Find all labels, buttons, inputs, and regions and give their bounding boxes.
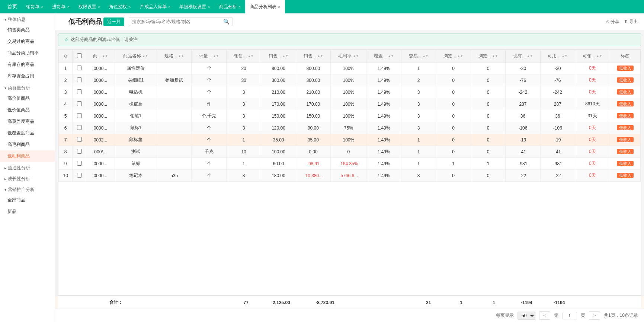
- row-browse1[interactable]: 0: [436, 98, 471, 110]
- row-checkbox[interactable]: [73, 74, 86, 86]
- sidebar-item-high-value[interactable]: 高价值商品: [0, 93, 55, 104]
- settings-icon[interactable]: ⚙: [64, 54, 68, 59]
- row-checkbox[interactable]: [73, 170, 86, 182]
- sidebar-item-stock-goods[interactable]: 有库存的商品: [0, 59, 55, 70]
- row-name[interactable]: 鼠标1: [115, 122, 157, 134]
- close-icon[interactable]: ×: [98, 4, 100, 9]
- row-browse1[interactable]: 0: [436, 86, 471, 98]
- next-page-button[interactable]: ＞: [589, 311, 600, 320]
- sidebar-item-low-margin[interactable]: 低毛利商品: [0, 150, 55, 162]
- row-name[interactable]: 橡皮擦: [115, 98, 157, 110]
- close-icon[interactable]: ×: [41, 4, 43, 9]
- sidebar-item-category-sales[interactable]: 商品分类助销率: [0, 47, 55, 59]
- nav-product-analysis[interactable]: 商品分析 ×: [215, 0, 245, 13]
- row-checkbox[interactable]: [73, 110, 86, 122]
- sidebar-group-marketing[interactable]: ▾ 营销推广分析: [0, 184, 55, 194]
- row-name[interactable]: 铅笔1: [115, 110, 157, 122]
- row-browse1[interactable]: 0: [436, 170, 471, 182]
- sidebar-item-all-goods[interactable]: 全部商品: [0, 194, 55, 206]
- sidebar-item-sales-goods[interactable]: 销售类商品: [0, 24, 55, 36]
- time-filter-button[interactable]: 近一月: [103, 17, 124, 26]
- row-browse1[interactable]: 0: [436, 146, 471, 158]
- row-name[interactable]: 电话机: [115, 86, 157, 98]
- col-coverage[interactable]: 覆盖...▲▼: [366, 50, 401, 63]
- col-settings[interactable]: ⚙: [59, 50, 73, 63]
- share-button[interactable]: ⎋ 分享: [606, 19, 619, 25]
- nav-home[interactable]: 首页: [3, 0, 22, 13]
- row-name[interactable]: 吴细细1: [115, 74, 157, 86]
- row-checkbox[interactable]: [73, 86, 86, 98]
- sidebar-group-circulation[interactable]: ▸ 流通性分析: [0, 162, 55, 173]
- row-name[interactable]: 测试: [115, 146, 157, 158]
- row-checkbox[interactable]: [73, 98, 86, 110]
- prev-page-button[interactable]: ＜: [539, 311, 550, 320]
- col-sales-price[interactable]: 销售...▲▼: [261, 50, 296, 63]
- row-gross-margin: -5766.6...: [331, 170, 366, 182]
- content-header: 低毛利商品 近一月 🔍 ⎋ 分享 ⬆ 导出: [55, 13, 644, 30]
- close-icon[interactable]: ×: [208, 4, 210, 9]
- nav-purchase[interactable]: 进货单 ×: [48, 0, 74, 13]
- sidebar-item-low-coverage[interactable]: 低覆盖度商品: [0, 127, 55, 139]
- row-checkbox[interactable]: [73, 63, 86, 74]
- col-browse2[interactable]: 浏览...▲▼: [471, 50, 505, 63]
- select-all-checkbox[interactable]: [77, 53, 82, 58]
- col-name[interactable]: 商品名称▲▼: [115, 50, 157, 63]
- row-name[interactable]: 鼠标: [115, 158, 157, 170]
- row-name[interactable]: 属性定价: [115, 63, 157, 74]
- nav-sales[interactable]: 销货单 ×: [22, 0, 48, 13]
- sidebar-group-growth[interactable]: ▸ 成长性分析: [0, 173, 55, 184]
- col-code[interactable]: 商...▲▼: [86, 50, 115, 63]
- row-browse1[interactable]: 0: [436, 63, 471, 74]
- row-checkbox[interactable]: [73, 158, 86, 170]
- nav-roles[interactable]: 角色授权 ×: [105, 0, 135, 13]
- row-name[interactable]: 鼠标垫: [115, 134, 157, 146]
- nav-template-settings[interactable]: 单据模板设置 ×: [175, 0, 214, 13]
- row-name[interactable]: 笔记本: [115, 170, 157, 182]
- col-transaction[interactable]: 交易...▲▼: [401, 50, 436, 63]
- col-sales-qty[interactable]: 销售...▲▼: [226, 50, 261, 63]
- table-row: 1 0000... 属性定价 个 20 800.00 800.00 100% 1…: [59, 63, 641, 74]
- row-browse1[interactable]: 0: [436, 110, 471, 122]
- nav-product-stock[interactable]: 产成品入库单 ×: [135, 0, 175, 13]
- sidebar-group-cluster[interactable]: ▾ 类群量分析: [0, 82, 55, 93]
- sidebar-item-high-coverage[interactable]: 高覆盖度商品: [0, 116, 55, 127]
- sidebar-item-high-margin[interactable]: 高毛利商品: [0, 139, 55, 150]
- row-browse1[interactable]: 0: [436, 74, 471, 86]
- per-page-select[interactable]: 50: [518, 312, 535, 320]
- col-browse1[interactable]: 浏览...▲▼: [436, 50, 471, 63]
- row-browse1[interactable]: 0: [436, 122, 471, 134]
- row-browse1[interactable]: 0: [436, 134, 471, 146]
- col-tag[interactable]: 标签: [610, 50, 641, 63]
- close-icon[interactable]: ×: [168, 4, 170, 9]
- row-checkbox[interactable]: [73, 146, 86, 158]
- col-gross-margin[interactable]: 毛利率▲▼: [331, 50, 366, 63]
- sidebar-item-stock-capital[interactable]: 库存资金占用: [0, 70, 55, 82]
- sidebar-item-new-goods[interactable]: 新品: [0, 206, 55, 217]
- header-actions: ⎋ 分享 ⬆ 导出: [606, 19, 638, 25]
- col-sales-amount[interactable]: 销售...▲▼: [296, 50, 330, 63]
- page-input[interactable]: [562, 312, 577, 319]
- close-icon[interactable]: ×: [128, 4, 131, 9]
- close-icon[interactable]: ×: [67, 4, 69, 9]
- search-input[interactable]: [132, 19, 223, 24]
- col-unit[interactable]: 计量...▲▼: [192, 50, 226, 63]
- export-button[interactable]: ⬆ 导出: [624, 19, 638, 25]
- close-icon[interactable]: ×: [238, 4, 241, 9]
- col-spec[interactable]: 规格...▲▼: [157, 50, 191, 63]
- sidebar-group-overview[interactable]: ▾ 整体信息: [0, 13, 55, 24]
- search-icon[interactable]: 🔍: [223, 19, 230, 25]
- nav-permissions[interactable]: 权限设置 ×: [74, 0, 105, 13]
- close-icon[interactable]: ×: [278, 4, 280, 9]
- total-pages-label: 共1页，10条记录: [604, 312, 638, 319]
- sidebar-item-low-value[interactable]: 低价值商品: [0, 104, 55, 116]
- row-browse1[interactable]: 1: [436, 158, 471, 170]
- row-checkbox[interactable]: [73, 122, 86, 134]
- sidebar-item-traded-goods[interactable]: 交易过的商品: [0, 36, 55, 47]
- chevron-icon: ▾: [4, 86, 6, 90]
- col-available[interactable]: 可用...▲▼: [540, 50, 575, 63]
- col-sellable[interactable]: 可销...▲▼: [575, 50, 610, 63]
- tag-badge: 低收入: [617, 161, 634, 166]
- col-current[interactable]: 现有...▲▼: [506, 50, 540, 63]
- row-checkbox[interactable]: [73, 134, 86, 146]
- nav-product-analysis-list[interactable]: 商品分析列表 ×: [245, 0, 285, 13]
